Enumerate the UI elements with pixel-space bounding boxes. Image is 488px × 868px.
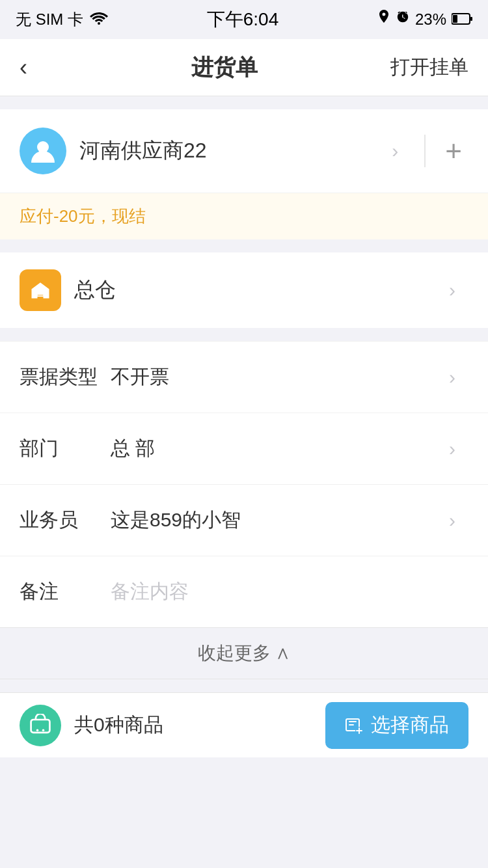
notice-bar: 应付-20元，现结: [0, 193, 488, 239]
svg-rect-5: [31, 720, 50, 733]
svg-rect-2: [470, 17, 472, 21]
warehouse-icon-wrap: [20, 269, 61, 311]
section-gap-4: [0, 679, 488, 692]
supplier-card: 河南供应商22 › + 应付-20元，现结: [0, 109, 488, 239]
form-card: 票据类型 不开票 › 部门 总 部 › 业务员 这是859的小智 › 备注 备注…: [0, 341, 488, 627]
warehouse-name: 总仓: [74, 276, 449, 305]
carrier-text: 无 SIM 卡: [16, 9, 83, 30]
section-gap-2: [0, 239, 488, 252]
battery-text: 23%: [415, 10, 446, 29]
salesman-chevron-icon: ›: [449, 509, 455, 532]
supplier-row[interactable]: 河南供应商22 › +: [0, 109, 488, 193]
warehouse-icon: [29, 278, 52, 302]
select-product-label: 选择商品: [371, 712, 449, 739]
warehouse-row[interactable]: 总仓 ›: [0, 252, 488, 328]
remark-placeholder[interactable]: 备注内容: [111, 578, 468, 605]
page-background: [0, 757, 488, 868]
person-icon: [30, 138, 56, 164]
svg-point-6: [36, 729, 39, 731]
notice-text: 应付-20元，现结: [20, 206, 146, 226]
department-row[interactable]: 部门 总 部 ›: [0, 413, 488, 484]
svg-point-7: [42, 729, 45, 731]
supplier-avatar: [20, 128, 66, 174]
salesman-value: 这是859的小智: [111, 507, 449, 534]
section-gap-1: [0, 96, 488, 109]
select-product-icon: [345, 716, 363, 735]
invoice-label: 票据类型: [20, 364, 111, 390]
section-gap-3: [0, 328, 488, 341]
status-time: 下午6:04: [207, 7, 279, 32]
invoice-chevron-icon: ›: [449, 366, 455, 388]
supplier-divider: [424, 135, 426, 167]
invoice-row[interactable]: 票据类型 不开票 ›: [0, 341, 488, 413]
status-right: 23%: [377, 10, 472, 29]
battery-icon: [452, 10, 472, 29]
salesman-row[interactable]: 业务员 这是859的小智 ›: [0, 484, 488, 556]
location-icon: [377, 10, 390, 29]
add-supplier-button[interactable]: +: [439, 135, 468, 167]
remark-row[interactable]: 备注 备注内容: [0, 556, 488, 627]
bottom-bar: 共0种商品 选择商品: [0, 692, 488, 757]
select-product-button[interactable]: 选择商品: [325, 702, 468, 749]
nav-bar: ‹ 进货单 打开挂单: [0, 39, 488, 96]
status-left: 无 SIM 卡: [16, 9, 108, 30]
status-bar: 无 SIM 卡 下午6:04 23%: [0, 0, 488, 39]
alarm-icon: [396, 10, 410, 29]
invoice-value: 不开票: [111, 364, 449, 390]
department-chevron-icon: ›: [449, 438, 455, 460]
collapse-row[interactable]: 收起更多 ∧: [0, 627, 488, 679]
product-count-icon-wrap: [20, 705, 61, 746]
cart-icon: [29, 714, 52, 737]
svg-rect-1: [453, 15, 457, 23]
supplier-chevron-icon: ›: [392, 140, 398, 162]
back-button[interactable]: ‹: [20, 54, 59, 81]
remark-label: 备注: [20, 578, 111, 605]
wifi-icon: [90, 10, 108, 29]
warehouse-card: 总仓 ›: [0, 252, 488, 328]
salesman-label: 业务员: [20, 507, 111, 534]
department-value: 总 部: [111, 435, 449, 462]
department-label: 部门: [20, 435, 111, 462]
warehouse-chevron-icon: ›: [449, 279, 455, 301]
product-count-text: 共0种商品: [74, 712, 325, 739]
page-title: 进货单: [191, 53, 258, 83]
supplier-name: 河南供应商22: [79, 137, 392, 165]
collapse-label: 收起更多 ∧: [198, 641, 291, 666]
open-pending-button[interactable]: 打开挂单: [390, 54, 468, 81]
